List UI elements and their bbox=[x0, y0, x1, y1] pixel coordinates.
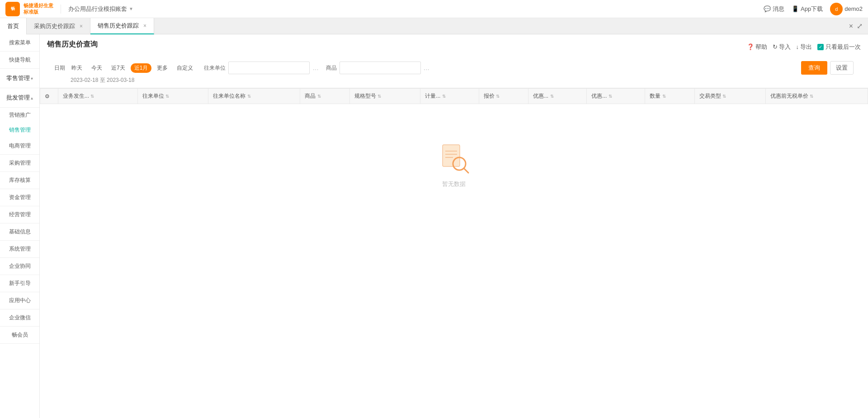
col-discount2[interactable]: 优惠... ⇅ bbox=[587, 89, 645, 104]
counterpart-picker-icon[interactable]: ... bbox=[312, 64, 318, 72]
import-icon: ↻ bbox=[773, 43, 778, 50]
topbar-right: 💬 消息 📱 App下载 d demo2 bbox=[764, 3, 863, 15]
close-tab-purchase-icon[interactable]: × bbox=[80, 23, 83, 29]
sidebar-search-label: 搜索菜单 bbox=[2, 39, 38, 47]
col-settings[interactable]: ⚙ bbox=[40, 89, 58, 104]
sidebar-item-purchase[interactable]: 采购管理 bbox=[0, 155, 39, 172]
tab-window-actions: × ⤢ bbox=[849, 22, 868, 30]
tab-sales-history-label: 销售历史价跟踪 bbox=[98, 22, 139, 30]
sidebar-item-guide[interactable]: 新手引导 bbox=[0, 275, 39, 292]
sidebar-item-shortcut[interactable]: 快捷导航 bbox=[0, 52, 39, 69]
date-btn-more[interactable]: 更多 bbox=[153, 63, 171, 73]
app-download-label: App下载 bbox=[801, 5, 823, 13]
col-product[interactable]: 商品 ⇅ bbox=[300, 89, 350, 104]
sidebar-item-inventory[interactable]: 库存核算 bbox=[0, 172, 39, 189]
col-quantity[interactable]: 数量 ⇅ bbox=[645, 89, 695, 104]
date-options: 昨天 今天 近7天 近1月 更多 自定义 bbox=[68, 63, 197, 73]
export-button[interactable]: ↓ 导出 bbox=[796, 43, 812, 51]
sidebar-inventory-label: 库存核算 bbox=[2, 176, 38, 184]
sidebar-item-wechat[interactable]: 企业微信 bbox=[0, 309, 39, 327]
message-button[interactable]: 💬 消息 bbox=[764, 5, 784, 13]
expand-window-icon[interactable]: ⤢ bbox=[857, 22, 863, 30]
sidebar-basic-info-label: 基础信息 bbox=[2, 228, 38, 236]
phone-icon: 📱 bbox=[792, 5, 799, 12]
empty-icon bbox=[436, 140, 472, 176]
last-only-checkbox[interactable]: ✓ bbox=[817, 44, 824, 50]
sidebar-wechat-label: 企业微信 bbox=[2, 314, 38, 322]
product-picker-icon[interactable]: ... bbox=[424, 64, 429, 72]
sidebar-item-system[interactable]: 系统管理 bbox=[0, 241, 39, 258]
app-download-button[interactable]: 📱 App下载 bbox=[792, 5, 823, 13]
col-discount1[interactable]: 优惠... ⇅ bbox=[528, 89, 587, 104]
sidebar-item-retail[interactable]: 零售管理 ▾ bbox=[0, 69, 39, 88]
date-filter-group: 日期 昨天 今天 近7天 近1月 更多 自定义 bbox=[54, 63, 197, 73]
date-btn-today[interactable]: 今天 bbox=[88, 63, 106, 73]
sidebar-shortcut-label: 快捷导航 bbox=[2, 56, 38, 64]
sidebar-item-membership[interactable]: 畅会员 bbox=[0, 327, 39, 344]
sidebar-sales-label: 销售管理 bbox=[9, 127, 31, 133]
sidebar-item-wholesale[interactable]: 批发管理 ▴ bbox=[0, 88, 39, 108]
sidebar-system-label: 系统管理 bbox=[2, 245, 38, 253]
sidebar-item-basic-info[interactable]: 基础信息 bbox=[0, 223, 39, 241]
sidebar-item-apps[interactable]: 应用中心 bbox=[0, 292, 39, 309]
product-filter-label: 商品 bbox=[326, 64, 337, 72]
table-container: ⚙ 业务发生... ⇅ 往来单位 ⇅ 往来单位名称 ⇅ bbox=[40, 88, 868, 418]
tab-home-label: 首页 bbox=[7, 22, 19, 30]
col-pretax-price[interactable]: 优惠前无税单价 ⇅ bbox=[765, 89, 868, 104]
settings-button[interactable]: 设置 bbox=[830, 61, 854, 75]
sort-quantity-icon: ⇅ bbox=[662, 94, 666, 99]
export-label: 导出 bbox=[800, 43, 812, 51]
sidebar-item-ecommerce[interactable]: 电商管理 bbox=[0, 138, 39, 155]
sidebar-item-finance[interactable]: 资金管理 bbox=[0, 189, 39, 206]
header-actions: ❓ 帮助 ↻ 导入 ↓ 导出 ✓ 只看最后一次 bbox=[747, 43, 861, 51]
message-label: 消息 bbox=[773, 5, 784, 13]
search-button[interactable]: 查询 bbox=[801, 61, 827, 75]
col-unit[interactable]: 计量... ⇅ bbox=[420, 89, 479, 104]
sidebar-operations-label: 经营管理 bbox=[2, 211, 38, 218]
settings-col-icon: ⚙ bbox=[45, 93, 50, 100]
date-btn-last1m[interactable]: 近1月 bbox=[131, 63, 152, 73]
col-spec[interactable]: 规格型号 ⇅ bbox=[349, 89, 420, 104]
date-range-text: 2023-02-18 至 2023-03-18 bbox=[71, 77, 134, 83]
close-tab-sales-icon[interactable]: × bbox=[143, 23, 146, 29]
chevron-down-icon: ▼ bbox=[129, 6, 133, 11]
user-menu[interactable]: d demo2 bbox=[830, 3, 863, 15]
sidebar-item-marketing[interactable]: 营销推广 bbox=[0, 108, 39, 123]
import-button[interactable]: ↻ 导入 bbox=[773, 43, 791, 51]
filter-bar: 日期 昨天 今天 近7天 近1月 更多 自定义 往来单位 ... bbox=[47, 57, 861, 79]
col-counterpart-code[interactable]: 往来单位 ⇅ bbox=[137, 89, 208, 104]
date-btn-yesterday[interactable]: 昨天 bbox=[68, 63, 86, 73]
help-button[interactable]: ❓ 帮助 bbox=[747, 43, 767, 51]
sidebar-item-search[interactable]: 搜索菜单 bbox=[0, 34, 39, 52]
col-quote[interactable]: 报价 ⇅ bbox=[479, 89, 528, 104]
table-head: ⚙ 业务发生... ⇅ 往来单位 ⇅ 往来单位名称 ⇅ bbox=[40, 89, 868, 104]
table-header-row: ⚙ 业务发生... ⇅ 往来单位 ⇅ 往来单位名称 ⇅ bbox=[40, 89, 868, 104]
svg-line-5 bbox=[464, 168, 468, 173]
date-btn-last7[interactable]: 近7天 bbox=[108, 63, 129, 73]
counterpart-input[interactable] bbox=[228, 62, 310, 74]
empty-state: 暂无数据 bbox=[40, 104, 868, 224]
col-trade-type[interactable]: 交易类型 ⇅ bbox=[695, 89, 765, 104]
page-title-row: 销售历史价查询 ❓ 帮助 ↻ 导入 ↓ 导出 ✓ bbox=[47, 40, 861, 54]
col-biz-date[interactable]: 业务发生... ⇅ bbox=[58, 89, 138, 104]
empty-state-text: 暂无数据 bbox=[442, 180, 466, 188]
sidebar-item-enterprise[interactable]: 企业协同 bbox=[0, 258, 39, 275]
sidebar-guide-label: 新手引导 bbox=[2, 280, 38, 287]
last-only-label: 只看最后一次 bbox=[826, 43, 861, 51]
sidebar-item-operations[interactable]: 经营管理 bbox=[0, 206, 39, 223]
logo-text: 畅捷通好生意 标准版 bbox=[24, 3, 53, 14]
sidebar-item-sales-mgmt[interactable]: 销售管理 bbox=[0, 123, 39, 138]
col-counterpart-name[interactable]: 往来单位名称 ⇅ bbox=[208, 89, 300, 104]
tab-purchase-history-label: 采购历史价跟踪 bbox=[34, 22, 75, 30]
tab-sales-history[interactable]: 销售历史价跟踪 × bbox=[90, 18, 154, 34]
close-window-icon[interactable]: × bbox=[849, 22, 853, 30]
message-icon: 💬 bbox=[764, 5, 771, 12]
product-input[interactable] bbox=[340, 62, 421, 74]
avatar: d bbox=[830, 3, 843, 15]
tab-home[interactable]: 首页 bbox=[0, 18, 27, 34]
app-selector[interactable]: 办公用品行业模拟账套 ▼ bbox=[68, 5, 133, 13]
last-only-checkbox-label[interactable]: ✓ 只看最后一次 bbox=[817, 43, 861, 51]
tab-purchase-history[interactable]: 采购历史价跟踪 × bbox=[27, 18, 90, 34]
date-btn-custom[interactable]: 自定义 bbox=[173, 63, 197, 73]
help-icon: ❓ bbox=[747, 43, 754, 50]
